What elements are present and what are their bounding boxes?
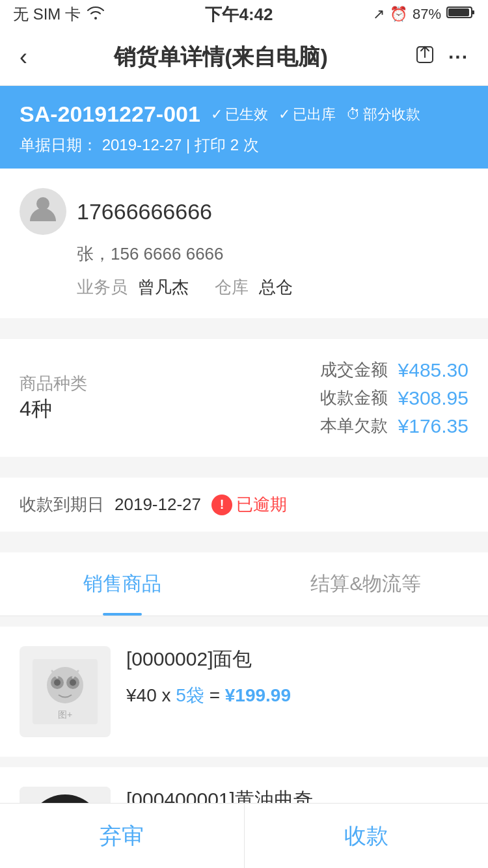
stats-section: 商品种类 4种 成交金额 ¥485.30 收款金额 ¥308.95 本单欠款 ¥… [0, 339, 488, 457]
tab-sales-products[interactable]: 销售商品 [0, 552, 244, 616]
cancel-audit-label: 弃审 [100, 821, 144, 851]
due-label: 收款到期日 [20, 493, 104, 516]
tab-sales-products-label: 销售商品 [83, 573, 161, 594]
product-image-1: 图+ [20, 646, 111, 737]
debt-amount: ¥176.35 [398, 415, 468, 437]
overdue-warning-icon: ! [211, 495, 232, 515]
product-item: 图+ [0000002]面包 ¥40 x 5袋 = ¥199.99 [0, 627, 488, 757]
status-bar: 无 SIM 卡 下午4:42 ↗ ⏰ 87% [0, 0, 488, 29]
svg-point-10 [70, 679, 76, 686]
overdue-text: 已逾期 [236, 493, 287, 516]
due-date-value: 2019-12-27 [115, 495, 201, 515]
transaction-label: 成交金额 [320, 359, 388, 381]
carrier-text: 无 SIM 卡 [13, 4, 81, 25]
bottom-bar: 弃审 收款 [0, 803, 488, 868]
type-label: 商品种类 [20, 372, 87, 395]
battery-text: 87% [413, 6, 441, 23]
badge-shipped: ✓ 已出库 [278, 105, 336, 124]
transaction-amount: ¥485.30 [398, 359, 468, 381]
stats-left: 商品种类 4种 [20, 372, 87, 424]
sales-label: 业务员 [77, 277, 128, 297]
received-amount: ¥308.95 [398, 387, 468, 409]
nav-bar: ‹ 销货单详情(来自电脑) ··· [0, 29, 488, 86]
status-left: 无 SIM 卡 [13, 4, 105, 25]
location-icon: ↗ [373, 6, 385, 23]
page-title: 销货单详情(来自电脑) [114, 42, 328, 72]
customer-avatar [20, 188, 66, 235]
battery-icon [446, 5, 475, 23]
customer-phone: 17666666666 [77, 199, 212, 224]
product-name-1: [0000002]面包 [126, 646, 468, 673]
divider-2 [0, 467, 488, 478]
print-info: | 打印 2 次 [186, 136, 259, 154]
warehouse-label: 仓库 [215, 277, 249, 297]
overdue-badge: ! 已逾期 [211, 493, 287, 516]
product-qty-1: 5袋 [176, 685, 204, 705]
svg-rect-2 [448, 8, 469, 16]
debt-label: 本单欠款 [320, 414, 388, 437]
received-row: 收款金额 ¥308.95 [320, 387, 468, 409]
debt-row: 本单欠款 ¥176.35 [320, 414, 468, 437]
more-button[interactable]: ··· [448, 46, 468, 68]
received-label: 收款金额 [320, 387, 388, 409]
customer-row: 17666666666 [20, 188, 468, 235]
tab-settlement-logistics-label: 结算&物流等 [310, 573, 421, 594]
tab-settlement-logistics[interactable]: 结算&物流等 [244, 552, 488, 616]
svg-point-9 [54, 679, 61, 686]
date-label: 单据日期： [20, 136, 98, 154]
wifi-icon [86, 5, 105, 23]
order-id: SA-20191227-001 [20, 102, 200, 127]
nav-right: ··· [414, 44, 468, 70]
product-total-1: ¥199.99 [225, 685, 291, 705]
status-time: 下午4:42 [205, 3, 273, 26]
collect-payment-button[interactable]: 收款 [245, 804, 489, 868]
product-info-1: [0000002]面包 ¥40 x 5袋 = ¥199.99 [126, 646, 468, 708]
collect-payment-label: 收款 [344, 821, 388, 851]
order-id-row: SA-20191227-001 ✓ 已生效 ✓ 已出库 ⏱ 部分收款 [20, 102, 468, 127]
user-icon [27, 192, 59, 231]
svg-rect-1 [472, 10, 474, 14]
divider-1 [0, 329, 488, 339]
badge-partial-payment: ⏱ 部分收款 [346, 105, 420, 124]
product-price-row-1: ¥40 x 5袋 = ¥199.99 [126, 683, 468, 708]
tabs-section: 销售商品 结算&物流等 [0, 552, 488, 616]
transaction-row: 成交金额 ¥485.30 [320, 359, 468, 381]
alarm-icon: ⏰ [390, 6, 407, 23]
svg-text:图+: 图+ [58, 709, 72, 720]
divider-3 [0, 542, 488, 552]
due-date-section: 收款到期日 2019-12-27 ! 已逾期 [0, 478, 488, 532]
status-right: ↗ ⏰ 87% [373, 5, 475, 23]
customer-name-phone: 张，156 6666 6666 [77, 243, 468, 265]
sales-name: 曾凡杰 [138, 277, 189, 297]
type-count: 4种 [20, 395, 87, 424]
order-header: SA-20191227-001 ✓ 已生效 ✓ 已出库 ⏱ 部分收款 单据日期：… [0, 86, 488, 169]
warehouse-name: 总仓 [259, 277, 293, 297]
customer-meta: 业务员 曾凡杰 仓库 总仓 [77, 276, 468, 299]
cancel-audit-button[interactable]: 弃审 [0, 804, 245, 868]
order-date-row: 单据日期： 2019-12-27 | 打印 2 次 [20, 135, 468, 156]
badge-effective: ✓ 已生效 [211, 105, 268, 124]
nav-left: ‹ [20, 44, 27, 71]
share-button[interactable] [414, 44, 435, 70]
customer-section: 17666666666 张，156 6666 6666 业务员 曾凡杰 仓库 总… [0, 169, 488, 318]
order-date: 2019-12-27 [102, 136, 182, 154]
back-button[interactable]: ‹ [20, 44, 27, 71]
stats-right: 成交金额 ¥485.30 收款金额 ¥308.95 本单欠款 ¥176.35 [320, 359, 468, 437]
